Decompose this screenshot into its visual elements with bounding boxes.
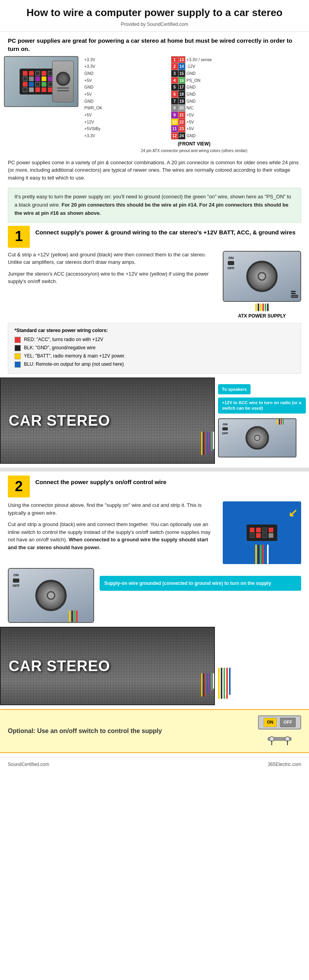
wiring-color-item-0: RED: "ACC", turns radio on with +12V	[15, 336, 294, 343]
header: How to wire a computer power supply to a…	[0, 0, 309, 32]
pin-section: +3.3V 1 13 +3.3V / sense +3.3V 2 14 -12V…	[0, 56, 309, 156]
pin-label-right: GND	[185, 91, 305, 98]
pin-num-right: 14	[178, 63, 185, 70]
pin-caption: 24 pin ATX connector pinout and wiring c…	[83, 148, 305, 153]
on-button[interactable]: ON	[264, 718, 277, 727]
pin-table-row: +12V 10 22 +5V	[83, 118, 305, 125]
pin-num-right: 23	[178, 125, 185, 132]
switch-terminals-icon	[264, 731, 295, 747]
pin-label-right: +3.3V / sense	[185, 56, 305, 63]
pin-label-right: PS_ON	[185, 77, 305, 84]
off-button[interactable]: OFF	[280, 718, 296, 727]
step2-desc1: Using the connector pinout above, find t…	[8, 501, 217, 517]
car-stereo-diagram-1: CAR STEREO To speakers +12V to ACC wire …	[0, 377, 309, 464]
pin-label-left: PWR_OK	[83, 105, 171, 112]
pin-num-right: 19	[178, 98, 185, 105]
car-stereo-label-2: CAR STEREO	[9, 656, 110, 677]
pin-num-left: 7	[171, 98, 178, 105]
step1-desc2: Jumper the stereo's ACC (accessory/on) w…	[8, 270, 217, 285]
atx-right: ON OFF ATX POWER SUPPLY	[223, 251, 301, 319]
pin-num-right: 16	[178, 77, 185, 84]
wiring-color-item-2: YEL: "BATT", radio memory & main +12V po…	[15, 353, 294, 359]
wiring-illustration: ↙	[223, 501, 301, 564]
atx-small-box: ON OFF	[218, 418, 296, 457]
pin-num-right: 24	[178, 132, 185, 140]
pin-label-right: +5V	[185, 112, 305, 119]
connector-image	[4, 56, 78, 107]
pin-label-left: +3.3V	[83, 63, 171, 70]
pin-num-left: 5	[171, 84, 178, 91]
step1-number: 1	[8, 226, 30, 248]
optional-label: Optional: Use an on/off switch to contro…	[8, 727, 252, 735]
pin-num-right: 21	[178, 112, 185, 119]
pin-num-right: 17	[178, 84, 185, 91]
pin-table-wrapper: +3.3V 1 13 +3.3V / sense +3.3V 2 14 -12V…	[83, 56, 305, 153]
pin-table-row: +5V 4 16 PS_ON	[83, 77, 305, 84]
pin-num-right: 13	[178, 56, 185, 63]
footer-left: SoundCertified.com	[8, 761, 49, 768]
intro-text: PC power supplies are great for powering…	[0, 32, 309, 56]
pin-label-right: -12V	[185, 63, 305, 70]
step1-left: Cut & strip a +12V (yellow) and ground (…	[8, 251, 217, 319]
step2-number: 2	[8, 475, 30, 497]
supply-callout: Supply-on wire grounded (connected to gr…	[100, 576, 301, 591]
pin-num-left: 3	[171, 70, 178, 77]
tooltip-speakers: To speakers	[218, 384, 251, 394]
diagram2-right	[215, 627, 309, 705]
pin-label-right: GND	[185, 98, 305, 105]
tooltip-12v: +12V to ACC wire to turn on radio (or a …	[218, 397, 306, 414]
stereo-box-2: CAR STEREO	[0, 627, 215, 705]
pin-label-left: +5VStBy	[83, 125, 171, 132]
pin-table-row: +5V 6 18 GND	[83, 91, 305, 98]
stereo-box-1: CAR STEREO	[0, 377, 215, 464]
step1-header: 1 Connect supply's power & ground wiring…	[8, 226, 301, 248]
step1-title: Connect supply's power & ground wiring t…	[35, 226, 295, 236]
pin-table-row: +3.3V 12 24 GND	[83, 132, 305, 140]
pin-num-right: 18	[178, 91, 185, 98]
pin-label-right: N/C	[185, 105, 305, 112]
pin-table-row: GND 5 17 GND	[83, 84, 305, 91]
pin-label-right: GND	[185, 84, 305, 91]
wiring-color-item-3: BLU: Remote-on output for amp (not used …	[15, 361, 294, 368]
pin-label-left: +3.3V	[83, 56, 171, 63]
pin-label-right: GND	[185, 132, 305, 140]
car-stereo-diagram-2: CAR STEREO	[0, 627, 309, 705]
pin-num-left: 8	[171, 105, 178, 112]
atx-supply-box: ON OFF	[223, 251, 301, 302]
pin-num-right: 22	[178, 118, 185, 125]
step2-desc2: Cut and strip a ground (black) wire and …	[8, 521, 217, 551]
footer: SoundCertified.com 365Electric.com	[0, 757, 309, 772]
pin-label-left: +3.3V	[83, 132, 171, 140]
pin-label-right: +5V	[185, 125, 305, 132]
pin-label-left: +5V	[83, 77, 171, 84]
pin-label-left: +5V	[83, 91, 171, 98]
pin-table-row: GND 3 15 GND	[83, 70, 305, 77]
pin-table-row: +5VStBy 11 23 +5V	[83, 125, 305, 132]
pin-num-left: 9	[171, 112, 178, 119]
note-box: It's pretty easy to turn the power suppl…	[8, 188, 301, 222]
section-divider-1	[0, 468, 309, 472]
wiring-colors-box: *Standard car stereo power wiring colors…	[8, 323, 301, 374]
wiring-colors-title: *Standard car stereo power wiring colors…	[15, 327, 294, 334]
psu-description: PC power supplies come in a variety of p…	[0, 156, 309, 185]
wiring-color-item-1: BLK: "GND", ground/negative wire	[15, 345, 294, 351]
pin-num-left: 2	[171, 63, 178, 70]
front-view-label: (FRONT VIEW)	[83, 141, 305, 147]
step1-container: 1 Connect supply's power & ground wiring…	[0, 226, 309, 248]
pin-label-left: +5V	[83, 112, 171, 119]
step2-title: Connect the power supply's on/off contro…	[35, 475, 166, 486]
optional-text: Optional: Use an on/off switch to contro…	[8, 727, 252, 735]
pin-table-row: +5V 9 21 +5V	[83, 112, 305, 119]
provided-by: Provided by SoundCertified.com	[24, 21, 285, 28]
pin-num-left: 12	[171, 132, 178, 140]
step2-header: 2 Connect the power supply's on/off cont…	[8, 475, 301, 497]
pin-num-left: 6	[171, 91, 178, 98]
optional-switch-section: Optional: Use an on/off switch to contro…	[0, 709, 309, 753]
pin-label-right: GND	[185, 70, 305, 77]
switch-illustration: ON OFF	[258, 715, 302, 746]
pin-num-left: 1	[171, 56, 178, 63]
pin-table-row: GND 7 19 GND	[83, 98, 305, 105]
step2-content: Using the connector pinout above, find t…	[0, 501, 309, 564]
atx-label: ATX POWER SUPPLY	[238, 313, 286, 319]
step2-supply-row: ON OFF Supply-on wire grounded (connecte…	[0, 564, 309, 623]
